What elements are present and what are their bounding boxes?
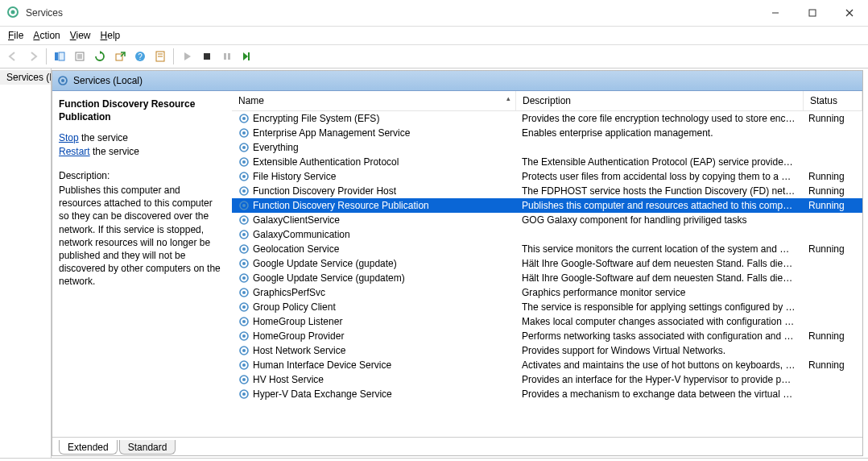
svg-rect-6 — [55, 52, 58, 60]
service-description: The Extensible Authentication Protocol (… — [515, 156, 802, 168]
service-description: Protects user files from accidental loss… — [515, 171, 802, 182]
gear-icon — [238, 316, 250, 327]
column-header-status[interactable]: Status — [804, 91, 862, 110]
service-row[interactable]: Group Policy ClientThe service is respon… — [232, 300, 862, 314]
service-description: This service monitors the current locati… — [515, 243, 802, 255]
service-description: Graphics performance monitor service — [515, 287, 802, 298]
service-name: Google Update Service (gupdatem) — [253, 272, 405, 284]
gear-icon — [238, 113, 250, 124]
svg-rect-18 — [204, 53, 210, 60]
gear-icon — [238, 374, 250, 385]
filter-button[interactable] — [151, 47, 170, 66]
menu-action[interactable]: Action — [28, 28, 64, 43]
tree-item-services-local[interactable]: Services (Loca — [0, 70, 51, 85]
gear-icon — [238, 229, 250, 240]
svg-point-33 — [242, 160, 246, 164]
svg-point-59 — [242, 349, 246, 352]
service-row[interactable]: Encrypting File System (EFS)Provides the… — [232, 111, 862, 126]
service-row[interactable]: Everything — [232, 140, 862, 155]
gear-icon — [238, 243, 250, 255]
service-description: Activates and maintains the use of hot b… — [515, 359, 802, 371]
service-name: Hyper-V Data Exchange Service — [253, 388, 392, 400]
service-status: Running — [802, 185, 860, 197]
service-row[interactable]: Geolocation ServiceThis service monitors… — [232, 242, 862, 256]
sort-asc-icon: ▴ — [506, 94, 510, 102]
menu-view[interactable]: View — [65, 28, 96, 43]
description-pane: Function Discovery Resource Publication … — [52, 91, 231, 437]
close-button[interactable] — [831, 0, 868, 26]
service-name: HomeGroup Listener — [253, 316, 342, 327]
service-description: Provides a mechanism to exchange data be… — [515, 388, 802, 400]
menu-help[interactable]: Help — [96, 28, 126, 43]
stop-service-button[interactable] — [197, 47, 217, 66]
menu-file[interactable]: File — [3, 28, 28, 43]
service-row[interactable]: GalaxyClientServiceGOG Galaxy component … — [232, 213, 862, 227]
gear-icon — [238, 156, 250, 168]
panel-header: Services (Local) — [52, 71, 862, 91]
service-description: Makes local computer changes associated … — [515, 316, 802, 327]
service-row[interactable]: Function Discovery Resource PublicationP… — [232, 198, 862, 213]
gear-icon — [238, 214, 250, 226]
gear-icon — [238, 301, 250, 313]
panel-header-label: Services (Local) — [73, 75, 143, 86]
restart-service-button[interactable] — [238, 47, 257, 66]
restart-suffix: the service — [90, 146, 139, 157]
service-name: Enterprise App Management Service — [253, 127, 410, 139]
column-header-name[interactable]: Name ▴ — [232, 91, 516, 110]
properties-button[interactable] — [70, 47, 89, 66]
restart-link[interactable]: Restart — [59, 146, 90, 157]
right-area: Services (Local) Function Discovery Reso… — [52, 70, 863, 456]
column-header-description[interactable]: Description — [516, 91, 804, 110]
stop-link[interactable]: Stop — [59, 132, 79, 143]
export-button[interactable] — [110, 47, 130, 66]
service-name: Encrypting File System (EFS) — [253, 113, 379, 124]
service-row[interactable]: HomeGroup ListenerMakes local computer c… — [232, 314, 862, 329]
pause-service-button[interactable] — [217, 47, 237, 66]
gear-icon — [238, 359, 250, 371]
svg-point-53 — [242, 305, 246, 309]
service-row[interactable]: GalaxyCommunication — [232, 227, 862, 242]
service-description: Enables enterprise application managemen… — [515, 127, 802, 139]
service-row[interactable]: Enterprise App Management ServiceEnables… — [232, 126, 862, 140]
grid-scroll[interactable]: Encrypting File System (EFS)Provides the… — [232, 111, 862, 437]
service-name: GalaxyClientService — [253, 214, 340, 226]
tree-pane[interactable]: Services (Loca — [0, 69, 52, 458]
service-row[interactable]: HV Host ServiceProvides an interface for… — [232, 372, 862, 387]
service-row[interactable]: GraphicsPerfSvcGraphics performance moni… — [232, 285, 862, 300]
tab-standard[interactable]: Standard — [119, 440, 176, 455]
service-row[interactable]: File History ServiceProtects user files … — [232, 169, 862, 184]
service-row[interactable]: Extensible Authentication ProtocolThe Ex… — [232, 155, 862, 169]
gear-icon — [238, 200, 250, 211]
service-row[interactable]: Human Interface Device ServiceActivates … — [232, 358, 862, 372]
service-row[interactable]: HomeGroup ProviderPerforms networking ta… — [232, 329, 862, 343]
service-row[interactable]: Function Discovery Provider HostThe FDPH… — [232, 184, 862, 198]
service-name: Geolocation Service — [253, 243, 339, 255]
menubar: File Action View Help — [0, 27, 868, 45]
service-description: GOG Galaxy component for handling privil… — [515, 214, 802, 226]
tree-item-label: Services (Loca — [6, 72, 52, 83]
back-button[interactable] — [3, 47, 23, 66]
service-description: The FDPHOST service hosts the Function D… — [515, 185, 802, 197]
svg-rect-20 — [228, 53, 230, 60]
service-row[interactable]: Hyper-V Data Exchange ServiceProvides a … — [232, 387, 862, 401]
service-row[interactable]: Google Update Service (gupdate)Hält Ihre… — [232, 256, 862, 271]
start-service-button[interactable] — [177, 47, 196, 66]
show-hide-tree-button[interactable] — [50, 47, 69, 66]
service-description: Provides support for Windows Virtual Net… — [515, 345, 802, 356]
tab-extended[interactable]: Extended — [59, 440, 118, 455]
service-description: Hält Ihre Google-Software auf dem neuest… — [515, 258, 802, 269]
svg-point-39 — [242, 204, 246, 207]
service-row[interactable]: Host Network ServiceProvides support for… — [232, 343, 862, 358]
minimize-button[interactable] — [757, 0, 794, 26]
gear-icon — [238, 258, 250, 269]
forward-button[interactable] — [23, 47, 43, 66]
maximize-button[interactable] — [794, 0, 831, 26]
refresh-button[interactable] — [90, 47, 110, 66]
services-grid: Name ▴ Description Status Encrypting Fil… — [231, 91, 862, 437]
service-row[interactable]: Google Update Service (gupdatem)Hält Ihr… — [232, 271, 862, 285]
service-name: Function Discovery Resource Publication — [253, 200, 429, 211]
gear-icon — [238, 388, 250, 400]
help-button[interactable]: ? — [130, 47, 150, 66]
svg-point-49 — [242, 276, 246, 280]
gear-icon — [238, 127, 250, 139]
